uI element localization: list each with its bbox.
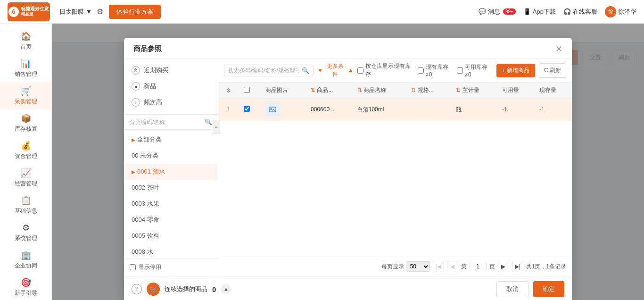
category-item-0005[interactable]: 0005 饮料	[124, 228, 218, 244]
row-stock: -1	[535, 99, 572, 121]
sidebar-item-basic[interactable]: 📋 基础信息	[0, 192, 51, 219]
sidebar-item-finance[interactable]: 💰 资金管理	[0, 137, 51, 164]
table-body: 1	[218, 99, 572, 121]
new-icon: ★	[132, 82, 140, 91]
sidebar-item-home[interactable]: 🏠 首页	[0, 27, 51, 55]
confirm-button[interactable]: 确定	[533, 281, 564, 297]
col-unit[interactable]: ⇅ 主计量	[451, 83, 497, 99]
message-item[interactable]: 💬 消息 99+	[479, 8, 516, 16]
show-disabled-checkbox[interactable]	[130, 264, 136, 270]
warehouse-stock-checkbox-group: 按仓库显示现有库存	[357, 62, 414, 78]
show-disabled-label[interactable]: 显示停用	[139, 263, 161, 271]
category-item-0002[interactable]: 0002 茶叶	[124, 180, 218, 196]
total-info: 共1页，1条记录	[526, 263, 566, 271]
exp-industry-button[interactable]: 体验行业方案	[109, 5, 161, 19]
filter-icon: ▼	[317, 67, 323, 74]
product-search-input[interactable]	[228, 67, 299, 74]
row-unit: 瓶	[451, 99, 497, 121]
row-checkbox[interactable]	[244, 106, 250, 112]
row-spec	[406, 99, 451, 121]
system-icon: ⚙	[22, 223, 30, 233]
modal-footer: ? 🛒 连续选择的商品 0 ▲ 取消 确定	[124, 276, 572, 300]
headset-icon: 🎧	[563, 8, 571, 15]
page-size-dropdown[interactable]: 50 20 100 200	[406, 261, 430, 272]
navbar-right: 💬 消息 99+ 📱 App下载 🎧 在线客服 徐 徐泽华	[479, 6, 636, 17]
warehouse-stock-label[interactable]: 按仓库显示现有库存	[365, 62, 414, 78]
pagination: 每页显示 50 20 100 200 |◀ ◀ 第	[218, 257, 572, 276]
sidebar-item-guide[interactable]: 🎯 新手引导	[0, 274, 51, 300]
category-search-icon[interactable]: 🔍	[205, 118, 212, 125]
modal-close-button[interactable]: ✕	[555, 45, 562, 53]
current-stock-checkbox[interactable]	[418, 67, 424, 74]
row-available: -1	[497, 99, 535, 121]
page-last-button[interactable]: ▶|	[512, 261, 523, 272]
current-stock-label[interactable]: 现有库存≠0	[426, 63, 453, 78]
store-dropdown[interactable]: 日太阳膜 ▼	[59, 8, 92, 16]
tab-recent[interactable]: ⏱ 近期购买	[124, 62, 218, 78]
gear-settings-icon[interactable]: ⚙	[226, 87, 231, 94]
sort-arrow-unit-icon: ⇅	[456, 87, 461, 93]
warehouse-stock-checkbox[interactable]	[357, 67, 363, 74]
table-row[interactable]: 1	[218, 99, 572, 121]
online-service-item[interactable]: 🎧 在线客服	[563, 8, 597, 16]
col-stock: 现存量	[535, 83, 572, 99]
category-item-00[interactable]: 00 未分类	[124, 148, 218, 164]
frequent-icon: ↑	[132, 98, 140, 107]
user-item[interactable]: 徐 徐泽华	[605, 6, 636, 17]
row-image-cell	[261, 99, 306, 121]
col-code[interactable]: ⇅ 商品...	[306, 83, 353, 99]
sales-icon: 📊	[21, 58, 31, 69]
cancel-button[interactable]: 取消	[496, 281, 528, 297]
content-area: 查询 设置 刷新 商品参照 ✕	[52, 24, 644, 300]
page-input[interactable]	[470, 262, 487, 271]
product-image	[265, 102, 280, 117]
enterprise-icon: 🏢	[21, 250, 31, 260]
available-stock-label[interactable]: 可用库存≠0	[465, 63, 492, 78]
category-search-input[interactable]	[130, 119, 202, 125]
help-icon[interactable]: ?	[132, 284, 142, 294]
home-icon: 🏠	[21, 31, 31, 42]
dropdown-arrow-icon: ▼	[86, 8, 92, 15]
table-header-row: ⚙ 商品图片	[218, 83, 572, 99]
sidebar: 🏠 首页 📊 销售管理 🛒 采购管理 📦 库存核算 💰 资金管理 📈 经营管理 …	[0, 24, 52, 300]
purchase-icon: 🛒	[21, 86, 31, 96]
select-all-checkbox[interactable]	[244, 87, 250, 93]
page-first-button[interactable]: |◀	[433, 261, 444, 272]
sidebar-item-inventory[interactable]: 📦 库存核算	[0, 109, 51, 137]
image-icon	[269, 106, 276, 113]
add-product-button[interactable]: + 新增商品	[496, 64, 535, 77]
collapse-footer-button[interactable]: ▲	[221, 284, 231, 294]
cart-button[interactable]: 🛒	[147, 283, 160, 296]
category-item-0003[interactable]: 0003 水果	[124, 196, 218, 212]
sidebar-item-enterprise[interactable]: 🏢 企业协同	[0, 246, 51, 274]
app-logo: 6 畅捷通好生意 精品版	[8, 2, 50, 21]
page-prev-button[interactable]: ◀	[447, 261, 458, 272]
available-stock-checkbox[interactable]	[457, 67, 463, 74]
modal-toolbar: 🔍 ▼ 更多条件 ▲ 按仓库显示现有库存	[218, 58, 572, 83]
category-item-0008[interactable]: 0008 水	[124, 244, 218, 258]
tab-frequent[interactable]: ↑ 频次高	[124, 94, 218, 110]
gear-icon[interactable]: ⚙	[97, 7, 103, 16]
sort-arrow-name-icon: ⇅	[357, 87, 362, 93]
sidebar-item-management[interactable]: 📈 经营管理	[0, 164, 51, 192]
collapse-panel-button[interactable]: «	[213, 120, 220, 134]
more-filter-button[interactable]: ▼ 更多条件 ▲	[317, 62, 354, 78]
col-spec[interactable]: ⇅ 规格...	[406, 83, 451, 99]
sidebar-item-system[interactable]: ⚙ 系统管理	[0, 219, 51, 246]
category-list: ▶ 全部分类 00 未分类 ▶ 0001 酒水 0002 茶	[124, 130, 218, 258]
category-item-all[interactable]: ▶ 全部分类	[124, 132, 218, 148]
footer-right: 取消 确定	[496, 281, 564, 297]
modal-left-footer: 显示停用	[124, 258, 218, 276]
sidebar-item-sales[interactable]: 📊 销售管理	[0, 55, 51, 82]
product-search-icon[interactable]: 🔍	[302, 67, 309, 74]
row-checkbox-cell[interactable]	[239, 99, 261, 121]
tab-new[interactable]: ★ 新品	[124, 78, 218, 94]
row-name: 白酒100ml	[353, 99, 407, 121]
sidebar-item-purchase[interactable]: 🛒 采购管理	[0, 82, 51, 109]
refresh-button[interactable]: C 刷新	[539, 63, 566, 78]
col-name[interactable]: ⇅ 商品名称	[353, 83, 407, 99]
category-item-0004[interactable]: 0004 零食	[124, 212, 218, 228]
app-download-item[interactable]: 📱 App下载	[523, 8, 556, 16]
page-next-button[interactable]: ▶	[498, 261, 509, 272]
category-item-0001[interactable]: ▶ 0001 酒水	[124, 164, 218, 180]
